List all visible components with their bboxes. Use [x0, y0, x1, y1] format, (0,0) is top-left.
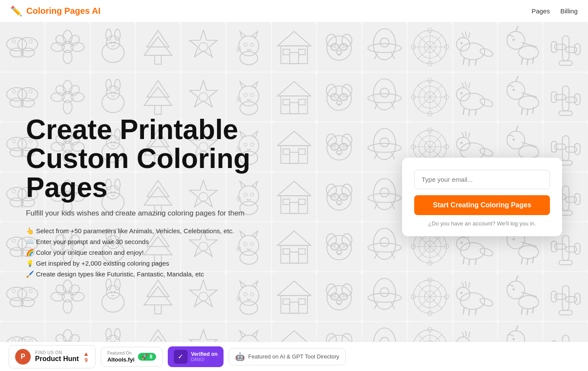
svg-point-418 [110, 291, 112, 293]
svg-point-41 [333, 45, 337, 49]
svg-point-61 [456, 38, 470, 51]
svg-point-220 [460, 143, 485, 160]
svg-point-366 [380, 238, 389, 247]
svg-marker-111 [277, 81, 310, 95]
logo-text: Coloring Pages AI [26, 6, 101, 16]
svg-point-14 [102, 43, 124, 63]
coloring-page-thumbnail [408, 272, 452, 321]
svg-point-245 [12, 190, 16, 193]
nav-billing-link[interactable]: Billing [560, 7, 578, 15]
email-input[interactable] [414, 170, 550, 189]
svg-point-140 [460, 93, 485, 110]
svg-point-405 [12, 289, 16, 293]
svg-point-430 [240, 301, 258, 314]
svg-line-472 [533, 307, 534, 313]
product-hunt-badge[interactable]: P FIND US ON Product Hunt ▲ 9 [9, 345, 96, 368]
svg-rect-435 [298, 299, 305, 304]
coloring-page-thumbnail [91, 272, 135, 321]
svg-point-286 [380, 188, 389, 197]
svg-point-149 [519, 96, 539, 109]
svg-point-380 [460, 243, 485, 260]
coloring-page-thumbnail [227, 272, 271, 321]
svg-point-412 [54, 283, 68, 297]
svg-rect-433 [290, 302, 299, 313]
aitools-badge[interactable]: Featured On Altools.fyi 🚀 8 [101, 347, 163, 367]
svg-point-227 [507, 131, 525, 149]
ai-directory-icon: 🤖 [235, 352, 245, 361]
svg-point-222 [460, 142, 462, 144]
svg-line-392 [533, 257, 534, 263]
svg-rect-115 [298, 99, 305, 105]
svg-point-99 [113, 91, 115, 93]
svg-point-463 [479, 297, 494, 308]
svg-line-148 [516, 76, 518, 82]
hero-features: 👆 Select from +50 parameters like Animal… [26, 227, 294, 278]
svg-line-64 [463, 58, 464, 64]
hero-subtitle: Fulfill your kids wishes and create amaz… [26, 209, 294, 218]
svg-rect-318 [575, 193, 580, 205]
svg-point-428 [244, 293, 247, 296]
product-hunt-logo: P [15, 349, 31, 365]
svg-line-71 [527, 59, 528, 65]
coloring-page-thumbnail [408, 22, 452, 72]
svg-point-233 [513, 139, 515, 141]
svg-marker-101 [144, 87, 172, 105]
svg-point-110 [240, 101, 258, 115]
svg-line-72 [533, 57, 534, 63]
svg-point-63 [479, 47, 494, 58]
coloring-page-thumbnail [136, 22, 180, 72]
aitools-name: Altools.fyi [107, 356, 134, 363]
svg-point-12 [54, 33, 68, 48]
dang-badge[interactable]: ✓ Verified on DANG! [168, 346, 224, 367]
svg-rect-477 [566, 297, 577, 302]
ai-directory-badge[interactable]: 🤖 Featured on AI & GPT Tool Directory [229, 348, 346, 365]
hero-content: Create Printable Custom Coloring Pages F… [26, 115, 294, 279]
svg-rect-195 [298, 149, 305, 155]
svg-point-43 [336, 51, 342, 54]
coloring-page-thumbnail [272, 22, 316, 72]
svg-marker-103 [189, 80, 217, 107]
hero-feature-item: 👆 Select from +50 parameters like Animal… [26, 227, 294, 235]
svg-rect-102 [155, 105, 161, 114]
coloring-page-thumbnail [0, 22, 45, 72]
svg-line-152 [533, 107, 534, 113]
svg-rect-76 [551, 41, 557, 53]
coloring-page-thumbnail [272, 272, 316, 321]
svg-point-62 [460, 42, 462, 44]
dang-text: Verified on DANG! [191, 351, 217, 362]
svg-point-443 [336, 301, 342, 304]
svg-point-123 [336, 101, 342, 104]
svg-point-5 [12, 40, 16, 43]
svg-point-7 [62, 41, 73, 53]
svg-rect-355 [298, 249, 305, 254]
hero-feature-item: 💡 Get inspired by +2,000 existing colori… [26, 260, 294, 267]
svg-point-221 [456, 137, 470, 151]
dang-icon: ✓ [174, 350, 188, 364]
svg-point-67 [507, 32, 525, 49]
logo[interactable]: ✏️ Coloring Pages AI [10, 6, 101, 17]
svg-rect-479 [559, 311, 572, 315]
svg-point-25 [239, 36, 259, 56]
svg-line-65 [469, 59, 470, 66]
svg-point-45 [368, 44, 401, 53]
svg-rect-237 [566, 147, 577, 152]
svg-point-201 [333, 145, 337, 149]
svg-point-60 [460, 43, 485, 60]
coloring-page-thumbnail [317, 122, 361, 171]
svg-point-446 [380, 288, 389, 297]
svg-point-17 [115, 29, 120, 41]
svg-point-29 [250, 43, 254, 47]
svg-rect-317 [566, 197, 577, 202]
svg-rect-398 [575, 243, 580, 254]
svg-rect-79 [559, 61, 572, 65]
coloring-page-thumbnail [45, 22, 90, 72]
svg-rect-236 [551, 141, 557, 152]
svg-point-365 [368, 243, 401, 252]
svg-line-471 [527, 308, 528, 315]
svg-line-390 [521, 258, 523, 264]
svg-line-391 [527, 258, 528, 265]
nav-pages-link[interactable]: Pages [531, 7, 550, 15]
svg-line-385 [469, 259, 470, 265]
start-creating-button[interactable]: Start Creating Coloring Pages [414, 195, 550, 215]
coloring-page-thumbnail [498, 272, 543, 321]
